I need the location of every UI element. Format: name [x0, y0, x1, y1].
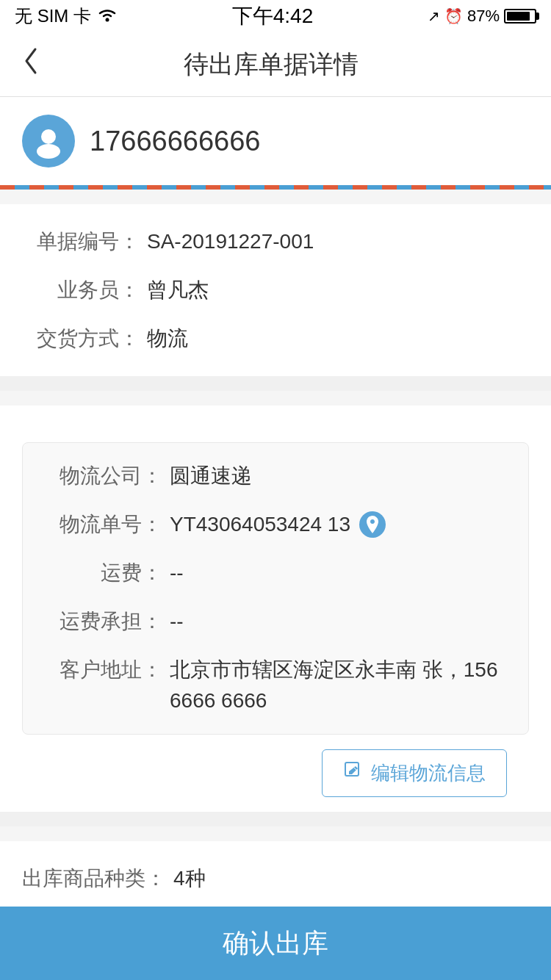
avatar — [22, 115, 75, 167]
location-icon[interactable] — [359, 511, 386, 538]
edit-logistics-container: 编辑物流信息 — [22, 735, 529, 812]
battery-percent: 87% — [467, 7, 500, 26]
delivery-row: 交货方式： 物流 — [22, 323, 529, 354]
edit-logistics-label: 编辑物流信息 — [371, 760, 486, 786]
goods-type-value: 4种 — [173, 863, 529, 894]
user-phone: 17666666666 — [90, 126, 260, 157]
freight-row: 运费： -- — [45, 558, 506, 588]
document-info-section: 单据编号： SA-20191227-001 业务员： 曾凡杰 交货方式： 物流 — [0, 204, 551, 376]
address-row: 客户地址： 北京市市辖区海淀区永丰南 张，156 6666 6666 — [45, 655, 506, 716]
freight-bearer-value: -- — [170, 606, 506, 637]
logistics-card: 物流公司： 圆通速递 物流单号： YT43064053424 13 运费： -- — [22, 442, 529, 735]
alarm-icon: ⏰ — [444, 7, 463, 25]
status-time: 下午4:42 — [232, 2, 314, 30]
nav-bar: 待出库单据详情 — [0, 32, 551, 97]
salesperson-value: 曾凡杰 — [147, 275, 529, 306]
separator-1 — [0, 376, 551, 391]
freight-label: 运费： — [45, 558, 162, 588]
wifi-icon — [97, 6, 118, 26]
separator-2 — [0, 812, 551, 826]
logistics-company-value: 圆通速递 — [170, 461, 506, 491]
logistics-section: 物流公司： 圆通速递 物流单号： YT43064053424 13 运费： -- — [0, 406, 551, 812]
bottom-bar: 确认出库 — [0, 907, 551, 980]
logistics-company-label: 物流公司： — [45, 461, 162, 491]
logistics-company-row: 物流公司： 圆通速递 — [45, 461, 506, 491]
edit-icon — [343, 760, 364, 786]
tracking-row: 物流单号： YT43064053424 13 — [45, 509, 506, 540]
status-right: ↗ ⏰ 87% — [428, 7, 536, 26]
doc-number-value: SA-20191227-001 — [147, 226, 529, 257]
svg-point-1 — [41, 129, 56, 144]
freight-value: -- — [170, 558, 506, 588]
freight-bearer-row: 运费承担： -- — [45, 606, 506, 637]
freight-bearer-label: 运费承担： — [45, 606, 162, 637]
svg-point-2 — [37, 144, 60, 159]
decorative-divider — [0, 185, 551, 190]
confirm-button[interactable]: 确认出库 — [0, 907, 551, 980]
delivery-label: 交货方式： — [22, 323, 140, 354]
page-title: 待出库单据详情 — [47, 48, 495, 82]
goods-type-label: 出库商品种类： — [22, 863, 166, 894]
tracking-label: 物流单号： — [45, 509, 162, 540]
address-label: 客户地址： — [45, 655, 162, 716]
salesperson-row: 业务员： 曾凡杰 — [22, 275, 529, 306]
status-bar: 无 SIM 卡 下午4:42 ↗ ⏰ 87% — [0, 0, 551, 32]
edit-logistics-button[interactable]: 编辑物流信息 — [322, 749, 507, 797]
user-section: 17666666666 — [0, 97, 551, 185]
carrier-text: 无 SIM 卡 — [15, 4, 91, 28]
tracking-value: YT43064053424 13 — [170, 509, 506, 540]
salesperson-label: 业务员： — [22, 275, 140, 306]
address-value: 北京市市辖区海淀区永丰南 张，156 6666 6666 — [170, 655, 506, 716]
back-button[interactable] — [15, 39, 47, 90]
battery-icon — [504, 9, 536, 24]
delivery-value: 物流 — [147, 323, 529, 354]
svg-point-0 — [106, 18, 109, 22]
status-left: 无 SIM 卡 — [15, 4, 118, 28]
goods-type-row: 出库商品种类： 4种 — [22, 863, 529, 894]
doc-number-label: 单据编号： — [22, 226, 140, 257]
doc-number-row: 单据编号： SA-20191227-001 — [22, 226, 529, 257]
location-status-icon: ↗ — [428, 7, 440, 25]
